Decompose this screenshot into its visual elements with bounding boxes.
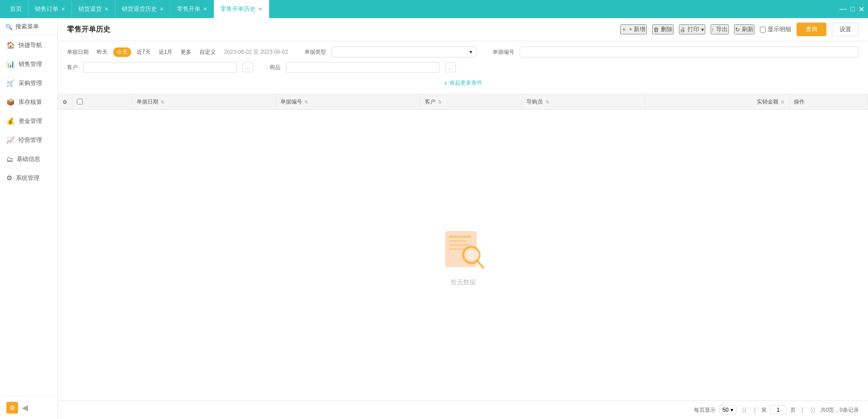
show-detail-checkbox-container[interactable]: 显示明细 (760, 25, 791, 33)
customer-dots-button[interactable]: ... (242, 62, 253, 72)
box-icon: 📦 (6, 98, 15, 106)
page-title: 零售开单历史 (67, 25, 110, 34)
sidebar-gear-button[interactable]: ⚙ (6, 402, 18, 414)
number-filter-input[interactable] (520, 47, 859, 57)
tab-sales-order-close[interactable]: ✕ (61, 6, 65, 12)
customer-filter-label: 客户 (67, 64, 78, 71)
th-salesperson[interactable]: 导购员 ⇅ (522, 94, 645, 110)
collapse-bar[interactable]: ∧ 收起更多条件 (67, 77, 859, 89)
per-page-label: 每页显示 (694, 406, 716, 414)
add-button[interactable]: ＋ + 新增 (620, 24, 646, 34)
sidebar-item-system[interactable]: ⚙ 系统管理 (0, 169, 57, 188)
date-btn-1month[interactable]: 近1月 (156, 47, 175, 57)
print-label: 打印 (688, 25, 699, 33)
page-prev-button[interactable]: ⟨ (752, 405, 758, 414)
export-button[interactable]: ↑ 导出 (711, 24, 729, 34)
tab-retail-open-history[interactable]: 零售开单历史 ✕ (214, 0, 269, 18)
tab-retail-open[interactable]: 零售开单 ✕ (171, 0, 214, 18)
export-icon: ↑ (711, 26, 715, 33)
select-all-checkbox[interactable] (77, 99, 83, 104)
empty-text: 暂无数据 (451, 278, 476, 287)
tab-sales-return-history-close[interactable]: ✕ (160, 6, 164, 12)
svg-rect-1 (449, 235, 471, 238)
th-checkbox (72, 94, 132, 110)
sidebar-item-finance-label: 资金管理 (19, 117, 42, 125)
add-label: + 新增 (629, 25, 645, 33)
print-button[interactable]: 🖨 打印 ▾ (679, 24, 705, 34)
show-detail-checkbox[interactable] (760, 27, 766, 33)
tab-sales-return-history[interactable]: 销货退货历史 ✕ (115, 0, 171, 18)
window-maximize-icon[interactable]: □ (850, 5, 855, 13)
th-actions: 操作 (789, 94, 868, 110)
sidebar-item-purchase-mgmt[interactable]: 🛒 采购管理 (0, 74, 57, 93)
page-number-input[interactable] (770, 405, 787, 414)
tab-sales-return[interactable]: 销货退货 ✕ (72, 0, 115, 18)
settings-label: 设置 (840, 26, 851, 33)
th-amount[interactable]: 实销金额 ⇅ (645, 94, 789, 110)
date-btn-7days[interactable]: 近7天 (134, 47, 153, 57)
th-date[interactable]: 单据日期 ⇅ (132, 94, 276, 110)
date-filter-label: 单据日期 (67, 48, 89, 56)
tab-retail-open-close[interactable]: ✕ (203, 6, 207, 12)
tab-home-label: 首页 (10, 5, 22, 13)
query-label: 查询 (806, 26, 817, 33)
chart-icon: 📊 (6, 60, 15, 68)
tab-sales-order[interactable]: 销售订单 ✕ (28, 0, 72, 18)
svg-rect-3 (449, 244, 469, 246)
th-customer[interactable]: 客户 ⇅ (420, 94, 522, 110)
query-button[interactable]: 查询 (797, 23, 826, 36)
per-page-value: 50 (722, 407, 728, 413)
filter-area: 单据日期 昨天 今天 近7天 近1月 更多 自定义 2023-06-02 至 2… (58, 41, 868, 94)
sidebar-item-operations-label: 经营管理 (19, 136, 42, 144)
page-first-button[interactable]: ⟨⟨ (740, 405, 748, 414)
sidebar-item-basic-info[interactable]: 🗂 基础信息 (0, 150, 57, 169)
window-minimize-icon[interactable]: — (840, 5, 847, 13)
th-number-label: 单据编号 (280, 99, 302, 105)
page-label: 页 (790, 406, 796, 414)
date-btn-today[interactable]: 今天 (113, 47, 131, 57)
refresh-button[interactable]: ↻ 刷新 (734, 24, 754, 34)
th-number[interactable]: 单据编号 ⇅ (276, 94, 420, 110)
page-next-button[interactable]: ⟩ (799, 405, 805, 414)
product-filter-label: 商品 (270, 64, 280, 71)
delete-button[interactable]: 🗑 删除 (652, 24, 674, 34)
sidebar-item-sales-mgmt[interactable]: 📊 销售管理 (0, 55, 57, 74)
page-word: 第 (761, 406, 767, 414)
tab-home[interactable]: 首页 (4, 0, 28, 18)
settings-button[interactable]: 设置 (832, 23, 859, 36)
tab-sales-order-label: 销售订单 (35, 5, 58, 13)
number-filter-label: 单据编号 (493, 48, 514, 56)
type-filter-select[interactable]: ▾ (332, 47, 476, 57)
filter-row-1: 单据日期 昨天 今天 近7天 近1月 更多 自定义 2023-06-02 至 2… (67, 47, 859, 57)
sidebar-item-inventory[interactable]: 📦 库存核算 (0, 93, 57, 112)
page-last-button[interactable]: ⟩⟩ (809, 405, 817, 414)
date-btn-more[interactable]: 更多 (178, 47, 194, 57)
window-close-icon[interactable]: ✕ (859, 5, 864, 14)
content-area: 零售开单历史 ＋ + 新增 🗑 删除 🖨 打印 ▾ ↑ 导出 (58, 18, 868, 419)
delete-label: 删除 (661, 25, 673, 33)
sidebar-item-basic-info-label: 基础信息 (17, 155, 40, 163)
customer-filter-input[interactable] (83, 62, 237, 73)
th-customer-sort-icon: ⇅ (438, 99, 441, 104)
tab-sales-return-close[interactable]: ✕ (104, 6, 109, 12)
show-detail-label: 显示明细 (768, 25, 791, 33)
sidebar-collapse-button[interactable]: ◀ (22, 403, 28, 413)
tab-retail-open-history-close[interactable]: ✕ (258, 6, 262, 12)
settings-icon: ⚙ (6, 174, 12, 182)
th-amount-sort-icon: ⇅ (781, 99, 784, 104)
sidebar-item-operations[interactable]: 📈 经营管理 (0, 131, 57, 150)
product-filter-input[interactable] (286, 62, 440, 73)
sidebar-search[interactable]: 🔍 搜索菜单 (0, 18, 57, 36)
th-amount-label: 实销金额 (757, 99, 778, 105)
per-page-select[interactable]: 50 ▾ (719, 405, 736, 414)
sidebar-item-quick-nav[interactable]: 🏠 快捷导航 (0, 36, 57, 55)
th-date-sort-icon: ⇅ (161, 99, 164, 104)
table-gear-icon[interactable]: ⚙ (62, 99, 67, 105)
svg-line-7 (477, 261, 483, 268)
date-btn-custom[interactable]: 自定义 (197, 47, 218, 57)
product-dots-button[interactable]: ... (445, 62, 456, 72)
sidebar-item-purchase-mgmt-label: 采购管理 (19, 79, 42, 87)
empty-state: 暂无数据 (58, 110, 868, 400)
sidebar-item-finance[interactable]: 💰 资金管理 (0, 112, 57, 131)
date-btn-yesterday[interactable]: 昨天 (94, 47, 110, 57)
